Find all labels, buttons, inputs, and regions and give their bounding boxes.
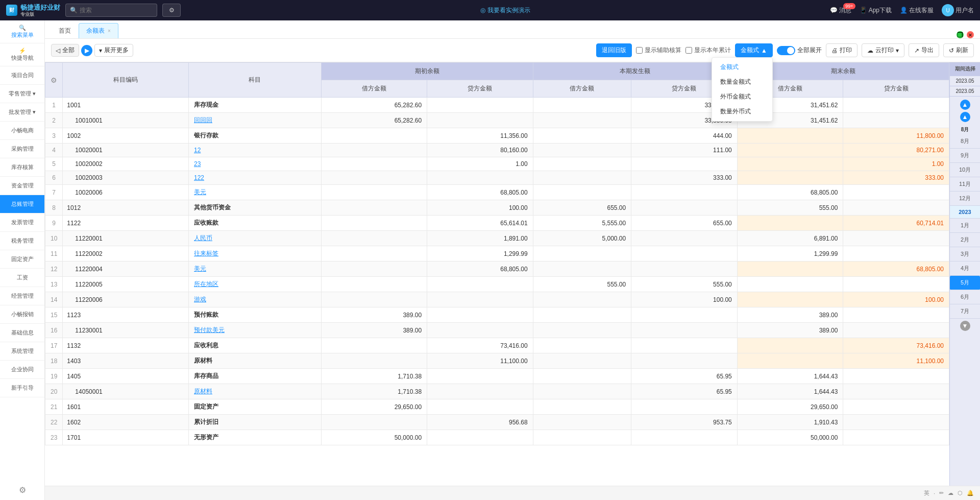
period-nav-down-btn[interactable]: ▼ (960, 321, 970, 331)
table-row[interactable]: 20 14050001 原材料 1,710.38 65.95 1,644.43 (45, 384, 949, 399)
period-nav-up2-btn[interactable]: ▲ (960, 112, 970, 122)
cell-name[interactable]: 美元 (189, 185, 322, 200)
table-row[interactable]: 16 11230001 预付款美元 389.00 389.00 (45, 323, 949, 338)
period-month-9[interactable]: 9月 (950, 149, 980, 163)
format-option-qty-foreign[interactable]: 数量外币式 (712, 104, 772, 119)
period-month-6[interactable]: 6月 (950, 290, 980, 304)
cell-name[interactable]: 人民币 (189, 231, 322, 246)
sidebar-item-采购管理[interactable]: 采购管理 (0, 140, 44, 158)
account-link[interactable]: 原材料 (194, 388, 212, 395)
export-btn[interactable]: ↗ 导出 (909, 43, 939, 57)
sidebar-item-基础信息[interactable]: 基础信息 (0, 324, 44, 342)
table-row[interactable]: 13 11220005 所在地区 555.00 555.00 (45, 277, 949, 292)
tab-close-btn[interactable]: × (108, 28, 111, 34)
cell-name[interactable]: 往来标签 (189, 246, 322, 261)
sidebar-item-零售管理[interactable]: 零售管理 ▾ (0, 85, 44, 103)
table-row[interactable]: 14 11220006 游戏 100.00 100.00 (45, 292, 949, 307)
period-month-7[interactable]: 7月 (950, 304, 980, 319)
account-link[interactable]: 122 (194, 174, 204, 181)
period-month-1[interactable]: 1月 (950, 219, 980, 233)
sidebar-item-工资[interactable]: 工资 (0, 269, 44, 287)
cloud-print-btn[interactable]: ☁ 云打印 ▾ (862, 43, 904, 57)
table-row[interactable]: 6 10020003 122 333.00 333.00 (45, 171, 949, 185)
period-month-3[interactable]: 3月 (950, 247, 980, 261)
sidebar-search[interactable]: 🔍 搜索菜单 (0, 20, 44, 43)
table-settings-btn[interactable]: ⚙ (51, 76, 57, 84)
win-restore-btn[interactable]: ❐ (957, 31, 964, 38)
table-row[interactable]: 15 1123 预付账款 389.00 389.00 (45, 307, 949, 323)
period-month-11[interactable]: 11月 (950, 177, 980, 192)
cell-name[interactable]: 所在地区 (189, 277, 322, 292)
format-option-amount[interactable]: 金额式 (712, 60, 772, 75)
sidebar-settings-btn[interactable]: ⚙ (2, 485, 42, 495)
print-btn[interactable]: 🖨 打印 (826, 43, 857, 57)
cell-name[interactable]: 回回回 (189, 113, 322, 128)
sidebar-nav[interactable]: ⚡ 快捷导航 (0, 43, 44, 66)
format-btn[interactable]: 金额式 ▲ (735, 43, 773, 57)
breadcrumb-all-btn[interactable]: ◁ 全部 (51, 44, 79, 57)
account-link[interactable]: 预付款美元 (194, 326, 225, 334)
table-row[interactable]: 8 1012 其他货币资金 100.00 655.00 555.00 (45, 200, 949, 216)
table-row[interactable]: 12 11220004 美元 68,805.00 68,805.00 (45, 261, 949, 277)
account-link[interactable]: 美元 (194, 265, 206, 272)
period-month-4[interactable]: 4月 (950, 261, 980, 276)
win-close-btn[interactable]: × (967, 31, 974, 38)
status-lang[interactable]: 英 (924, 489, 929, 497)
cell-name[interactable]: 122 (189, 171, 322, 185)
table-row[interactable]: 4 10020001 12 80,160.00 111.00 80,271.00 (45, 144, 949, 157)
top-search-input[interactable] (80, 7, 141, 14)
table-row[interactable]: 10 11220001 人民币 1,891.00 5,000.00 6,891.… (45, 231, 949, 246)
period-month-12[interactable]: 12月 (950, 192, 980, 206)
account-link[interactable]: 美元 (194, 188, 206, 196)
sidebar-item-批发管理[interactable]: 批发管理 ▾ (0, 103, 44, 122)
refresh-btn[interactable]: ↺ 刷新 (943, 43, 974, 57)
account-link[interactable]: 游戏 (194, 296, 206, 303)
table-row[interactable]: 11 11220002 往来标签 1,299.99 1,299.99 (45, 246, 949, 261)
show-auxiliary-check[interactable]: 显示辅助核算 (636, 46, 681, 55)
period-year-2023[interactable]: 2023 (950, 206, 980, 219)
toggle-label[interactable] (777, 46, 795, 55)
table-row[interactable]: 19 1405 库存商品 1,710.38 65.95 1,644.43 (45, 369, 949, 384)
show-ytd-check[interactable]: 显示本年累计 (685, 46, 731, 55)
cell-name[interactable]: 预付款美元 (189, 323, 322, 338)
return-old-btn[interactable]: 退回旧版 (596, 43, 632, 57)
download-btn[interactable]: 📱 App下载 (860, 6, 892, 15)
table-row[interactable]: 9 1122 应收账款 65,614.01 5,555.00 655.00 60… (45, 216, 949, 231)
sidebar-item-小畅报销[interactable]: 小畅报销 (0, 305, 44, 324)
period-month-10[interactable]: 10月 (950, 163, 980, 177)
cell-name[interactable]: 美元 (189, 261, 322, 277)
cell-name[interactable]: 23 (189, 157, 322, 171)
sidebar-item-新手引导[interactable]: 新手引导 (0, 379, 44, 397)
config-btn[interactable]: ⚙ (162, 4, 181, 17)
period-month-2[interactable]: 2月 (950, 233, 980, 247)
account-link[interactable]: 23 (194, 160, 201, 168)
format-option-foreign-amount[interactable]: 外币金额式 (712, 89, 772, 104)
sidebar-item-固定资产[interactable]: 固定资产 (0, 250, 44, 269)
table-row[interactable]: 2 10010001 回回回 65,282.60 33,830.98 31,45… (45, 113, 949, 128)
table-row[interactable]: 21 1601 固定资产 29,650.00 29,650.00 (45, 399, 949, 415)
demo-link[interactable]: ◎ 我要看实例演示 (480, 6, 530, 15)
sidebar-item-系统管理[interactable]: 系统管理 (0, 342, 44, 361)
period-month-5[interactable]: 5月 (950, 276, 980, 290)
format-option-qty-amount[interactable]: 数量金额式 (712, 75, 772, 89)
sidebar-item-税务管理[interactable]: 税务管理 (0, 232, 44, 250)
account-link[interactable]: 回回回 (194, 116, 212, 124)
sidebar-item-企业协同[interactable]: 企业协同 (0, 361, 44, 379)
message-btn[interactable]: 💬 消息 99+ (830, 6, 851, 15)
sidebar-item-总账管理[interactable]: 总账管理 (0, 195, 44, 213)
account-link[interactable]: 往来标签 (194, 250, 218, 257)
sidebar-item-项目合同[interactable]: 项目合同 (0, 66, 44, 85)
account-link[interactable]: 所在地区 (194, 280, 218, 288)
table-row[interactable]: 3 1002 银行存款 11,356.00 444.00 11,800.00 (45, 128, 949, 144)
sidebar-item-库存核算[interactable]: 库存核算 (0, 158, 44, 177)
cell-name[interactable]: 12 (189, 144, 322, 157)
user-btn[interactable]: U 用户名 (942, 4, 974, 16)
period-month-8[interactable]: 8月 (950, 134, 980, 149)
sidebar-item-发票管理[interactable]: 发票管理 (0, 213, 44, 232)
account-link[interactable]: 人民币 (194, 234, 212, 242)
expand-more-btn[interactable]: ▾ 展开更多 (94, 44, 133, 57)
sidebar-item-经营管理[interactable]: 经营管理 (0, 287, 44, 305)
tab-balance[interactable]: 余额表 × (79, 23, 118, 38)
nav-forward-btn[interactable]: ▶ (81, 45, 92, 56)
table-row[interactable]: 18 1403 原材料 11,100.00 11,100.00 (45, 353, 949, 369)
